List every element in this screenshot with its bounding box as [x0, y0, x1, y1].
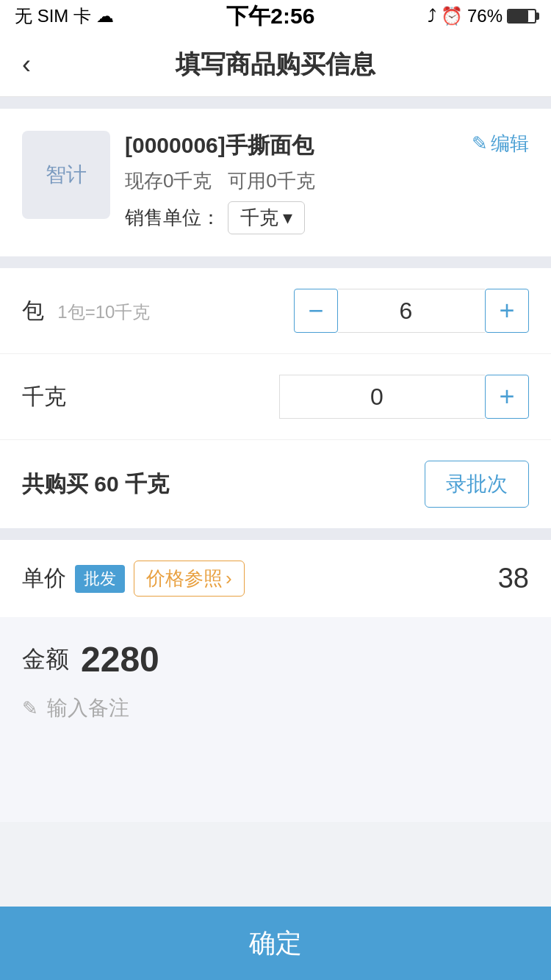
kg-plus-button[interactable]: + — [485, 375, 529, 419]
page-title: 填写商品购买信息 — [176, 48, 375, 82]
remark-row[interactable]: ✎ 输入备注 — [22, 694, 529, 722]
mid-divider-1 — [0, 256, 551, 268]
package-row: 包 1包=10千克 − + — [0, 268, 551, 354]
status-left: 无 SIM 卡 ☁ — [15, 4, 114, 28]
edit-icon: ✎ — [472, 132, 488, 155]
top-divider — [0, 97, 551, 109]
status-bar: 无 SIM 卡 ☁ 下午2:56 ⤴ ⏰ 76% — [0, 0, 551, 32]
package-label: 包 1包=10千克 — [22, 296, 294, 326]
location-icon: ⤴ — [428, 6, 436, 26]
mid-divider-2 — [0, 528, 551, 540]
total-row: 共购买 60 千克 录批次 — [0, 440, 551, 528]
package-hint: 1包=10千克 — [57, 302, 150, 322]
confirm-button[interactable]: 确定 — [0, 907, 551, 980]
chevron-down-icon: ▾ — [283, 206, 292, 229]
package-minus-button[interactable]: − — [294, 289, 338, 333]
sim-status: 无 SIM 卡 ☁ — [15, 4, 114, 28]
batch-button[interactable]: 录批次 — [425, 461, 529, 508]
input-section: 包 1包=10千克 − + 千克 + — [0, 268, 551, 440]
alarm-icon: ⏰ — [441, 6, 463, 26]
price-tag: 批发 — [75, 565, 125, 593]
edit-button[interactable]: ✎ 编辑 — [472, 131, 529, 156]
product-name: [0000006]手撕面包 — [125, 131, 314, 161]
back-button[interactable]: ‹ — [15, 42, 38, 87]
product-info: [0000006]手撕面包 ✎ 编辑 现存0千克 可用0千克 销售单位： 千克 … — [125, 131, 529, 234]
product-unit: 销售单位： 千克 ▾ — [125, 201, 529, 234]
remark-label: 输入备注 — [47, 694, 129, 722]
price-label: 单价 批发 价格参照 › — [22, 561, 245, 597]
package-quantity-control: − + — [294, 289, 529, 333]
package-qty-input[interactable] — [338, 289, 485, 333]
price-ref-button[interactable]: 价格参照 › — [134, 561, 245, 597]
price-value: 38 — [498, 563, 529, 594]
package-plus-button[interactable]: + — [485, 289, 529, 333]
kg-row: 千克 + — [0, 354, 551, 440]
kg-label: 千克 — [22, 382, 279, 412]
nav-bar: ‹ 填写商品购买信息 — [0, 32, 551, 97]
amount-value: 2280 — [81, 639, 159, 680]
product-image: 智计 — [22, 131, 110, 219]
amount-row: 金额 2280 — [22, 639, 529, 680]
chevron-right-icon: › — [226, 567, 232, 590]
kg-qty-input[interactable] — [279, 375, 485, 419]
product-card: 智计 [0000006]手撕面包 ✎ 编辑 现存0千克 可用0千克 销售单位： … — [0, 109, 551, 256]
status-time: 下午2:56 — [226, 1, 314, 32]
kg-quantity-control: + — [279, 375, 529, 419]
price-section: 单价 批发 价格参照 › 38 — [0, 540, 551, 617]
product-logo: 智计 — [46, 161, 87, 189]
product-stock: 现存0千克 可用0千克 — [125, 168, 529, 194]
pencil-icon: ✎ — [22, 697, 38, 720]
amount-section: 金额 2280 ✎ 输入备注 — [0, 617, 551, 822]
unit-selector[interactable]: 千克 ▾ — [228, 201, 305, 234]
battery-percent: 76% — [467, 6, 503, 26]
status-right: ⤴ ⏰ 76% — [428, 6, 536, 26]
total-text: 共购买 60 千克 — [22, 469, 169, 500]
amount-label: 金额 — [22, 644, 69, 676]
battery-icon — [507, 9, 536, 24]
